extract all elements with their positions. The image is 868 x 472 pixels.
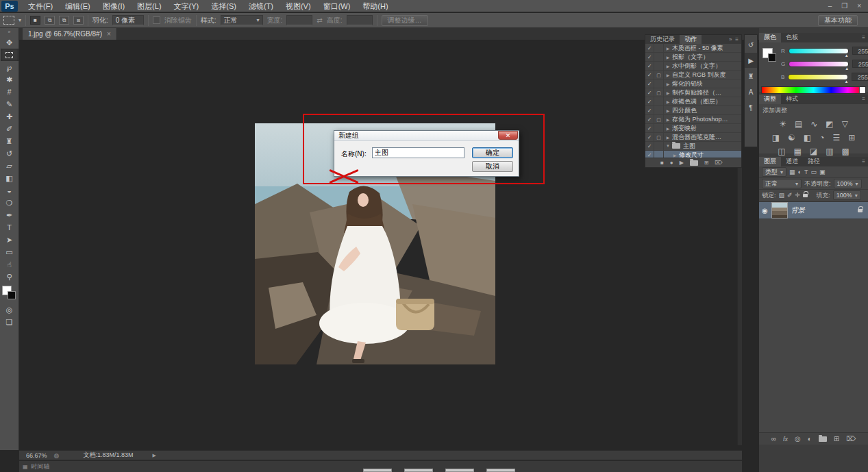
- path-selection-tool[interactable]: ➤: [1, 234, 18, 246]
- add-selection-icon[interactable]: ⧉: [45, 16, 55, 25]
- tab-channels[interactable]: 通道: [781, 157, 803, 166]
- gradient-tool[interactable]: ◧: [1, 172, 18, 184]
- tab-color[interactable]: 颜色: [759, 33, 781, 42]
- color-swatches[interactable]: [2, 286, 17, 301]
- background-color-swatch[interactable]: [768, 53, 776, 62]
- timeline-label[interactable]: 时间轴: [32, 462, 50, 471]
- vibrance-icon[interactable]: ▽: [842, 119, 848, 129]
- blue-slider[interactable]: ▲: [788, 74, 848, 80]
- lock-position-icon[interactable]: ✛: [795, 192, 801, 199]
- tool-preset-icon[interactable]: [3, 16, 14, 25]
- menu-type[interactable]: 文字(Y): [168, 0, 206, 12]
- menu-window[interactable]: 窗口(W): [317, 0, 357, 12]
- lasso-tool[interactable]: ℘: [1, 61, 18, 73]
- expand-icon[interactable]: ▶: [664, 55, 672, 60]
- filter-adjustment-icon[interactable]: ◐: [798, 169, 802, 175]
- pen-tool[interactable]: ✒: [1, 209, 18, 221]
- height-input[interactable]: [347, 15, 373, 25]
- color-balance-icon[interactable]: ☯: [788, 133, 795, 142]
- background-color-swatch[interactable]: [8, 291, 16, 299]
- action-row[interactable]: ✓▶水中倒影（文字）: [645, 62, 741, 71]
- menu-view[interactable]: 视图(V): [280, 0, 317, 12]
- brush-tool[interactable]: ✐: [1, 123, 18, 135]
- cancel-button[interactable]: 取消: [472, 161, 513, 172]
- action-row[interactable]: ✓▶渐变映射: [645, 124, 741, 133]
- include-check-icon[interactable]: ✓: [645, 53, 654, 62]
- intersect-selection-icon[interactable]: ⧈: [73, 16, 84, 25]
- modal-dialog-icon[interactable]: ▢: [654, 133, 664, 142]
- toolbar-collapse-icon[interactable]: »: [8, 28, 11, 36]
- brightness-contrast-icon[interactable]: ☀: [779, 119, 786, 129]
- collapse-group-icon[interactable]: ▼: [664, 144, 672, 148]
- menu-help[interactable]: 帮助(H): [356, 0, 394, 12]
- invert-icon[interactable]: ◫: [778, 147, 785, 156]
- stop-icon[interactable]: ■: [660, 160, 664, 166]
- photo-filter-icon[interactable]: ◔: [819, 133, 824, 142]
- posterize-icon[interactable]: ▦: [793, 147, 801, 156]
- group-name-input[interactable]: [372, 147, 464, 158]
- link-layers-icon[interactable]: ∞: [771, 435, 776, 443]
- ok-button[interactable]: 确定: [472, 147, 513, 158]
- document-tab[interactable]: 1.jpg @ 66.7%(RGB/8#) ×: [23, 28, 117, 40]
- rectangle-tool[interactable]: ▭: [1, 246, 18, 258]
- tab-swatches[interactable]: 色板: [781, 33, 803, 42]
- action-row[interactable]: ✓▢▶自定义 RGB 到灰度: [645, 71, 741, 79]
- spot-healing-tool[interactable]: ✚: [1, 110, 18, 123]
- action-row[interactable]: ✓▢▶存储为 Photoshop…: [645, 115, 741, 124]
- lock-pixels-icon[interactable]: ✐: [787, 192, 793, 199]
- lock-transparent-icon[interactable]: ▨: [779, 192, 785, 199]
- actions-panel-icon[interactable]: ▶: [745, 53, 757, 68]
- layer-thumbnail[interactable]: [771, 202, 788, 219]
- filter-type-icon[interactable]: T: [804, 169, 808, 175]
- red-value[interactable]: 255: [852, 47, 868, 55]
- color-lookup-icon[interactable]: ⊞: [848, 133, 855, 142]
- move-tool[interactable]: ✥: [1, 36, 18, 49]
- delete-action-icon[interactable]: ⌦: [715, 160, 723, 166]
- anti-alias-checkbox[interactable]: [153, 16, 160, 24]
- feather-input[interactable]: 0 像素: [112, 15, 144, 25]
- expand-icon[interactable]: ▶: [664, 99, 672, 104]
- tab-adjustments[interactable]: 调整: [759, 95, 781, 104]
- modal-dialog-icon[interactable]: ▢: [654, 71, 664, 79]
- include-check-icon[interactable]: ✓: [645, 115, 654, 124]
- filter-pixel-icon[interactable]: ▦: [789, 169, 795, 175]
- blur-tool[interactable]: ◒: [1, 184, 18, 197]
- hue-saturation-icon[interactable]: ◨: [772, 133, 780, 142]
- include-check-icon[interactable]: ✓: [645, 79, 654, 88]
- panel-menu-icon[interactable]: ≡: [862, 95, 865, 104]
- clone-source-panel-icon[interactable]: ♜: [745, 69, 757, 84]
- black-white-icon[interactable]: ◧: [804, 133, 811, 142]
- paragraph-panel-icon[interactable]: ¶: [745, 100, 757, 115]
- include-check-icon[interactable]: ✓: [645, 44, 654, 53]
- expand-icon[interactable]: ▶: [664, 108, 672, 113]
- new-group-icon[interactable]: [819, 436, 827, 442]
- record-icon[interactable]: ●: [670, 160, 673, 166]
- menu-filter[interactable]: 滤镜(T): [243, 0, 280, 12]
- action-row[interactable]: ✓▶棕褐色调（图层）: [645, 97, 741, 106]
- menu-layer[interactable]: 图层(L): [131, 0, 167, 12]
- gradient-map-icon[interactable]: ▥: [826, 147, 833, 156]
- tab-actions[interactable]: 动作: [680, 35, 702, 44]
- new-group-icon[interactable]: [690, 160, 698, 166]
- tab-layers[interactable]: 图层: [759, 157, 781, 166]
- dialog-title-bar[interactable]: 新建组 ✕: [334, 131, 519, 141]
- action-row[interactable]: ✓▶投影（文字）: [645, 53, 741, 62]
- zoom-tool[interactable]: ⚲: [1, 271, 18, 283]
- expand-icon[interactable]: ▶: [664, 90, 672, 95]
- filter-smart-icon[interactable]: ▣: [819, 169, 826, 175]
- history-panel-icon[interactable]: ↺: [745, 37, 757, 52]
- tab-styles[interactable]: 样式: [781, 95, 803, 104]
- menu-edit[interactable]: 编辑(E): [59, 0, 97, 12]
- threshold-icon[interactable]: ◪: [810, 147, 817, 156]
- expand-icon[interactable]: ▶: [664, 73, 672, 77]
- action-row[interactable]: ✓▶木质画框 - 50 像素: [645, 44, 741, 53]
- include-check-icon[interactable]: ✓: [645, 142, 654, 151]
- delete-layer-icon[interactable]: ⌦: [846, 435, 856, 443]
- status-arrow-icon[interactable]: ▶: [152, 453, 156, 458]
- new-action-icon[interactable]: ⊞: [704, 160, 709, 166]
- panel-menu-icon[interactable]: ≡: [862, 33, 865, 42]
- dodge-tool[interactable]: ❍: [1, 197, 18, 209]
- character-panel-icon[interactable]: A: [745, 84, 757, 99]
- filter-shape-icon[interactable]: ▭: [810, 169, 817, 175]
- include-check-icon[interactable]: ✓: [645, 106, 654, 115]
